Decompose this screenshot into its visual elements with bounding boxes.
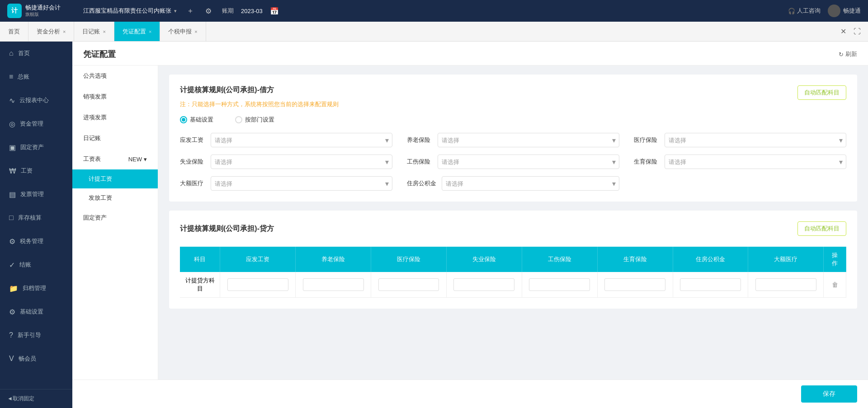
label-gjj: 住房公积金 [407,179,436,188]
label-shiye: 失业保险 [180,158,205,166]
td-yanglao-input [296,272,371,298]
select-gongshang[interactable]: 请选择 [438,155,619,169]
service-button[interactable]: 🎧 人工咨询 [788,7,821,15]
sidebar-item-ledger[interactable]: ≡ 总账 [0,65,72,89]
sidebar-item-guide[interactable]: ? 新手引导 [0,324,72,347]
input-shiye[interactable] [453,278,514,291]
sidebar-item-reports[interactable]: ∿ 云报表中心 [0,89,72,112]
form-item-yiliao: 医疗保险 请选择 [634,133,846,147]
sidebar-item-salary[interactable]: ₩ 工资 [0,159,72,183]
nav-accrual-salary[interactable]: 计提工资 [72,169,158,188]
input-shengyu[interactable] [604,278,665,291]
company-selector[interactable]: 江西服宝精品有限责任公司内账张 ▾ [83,7,177,15]
refresh-label: 刷新 [845,50,857,58]
tab-finance-close[interactable]: × [63,29,66,34]
close-window-icon[interactable]: ✕ [839,25,848,38]
radio-department[interactable]: 按部门设置 [235,116,274,124]
maximize-icon[interactable]: ⛶ [852,26,863,38]
save-button[interactable]: 保存 [801,385,857,403]
td-gjj-input [673,272,748,298]
select-yiliao[interactable]: 请选择 [665,133,846,147]
select-wrapper-yanglao: 请选择 [438,133,619,147]
select-yingfa[interactable]: 请选择 [211,133,392,147]
nav-fixed-assets[interactable]: 固定资产 [72,207,158,228]
avatar-area[interactable]: 畅捷通 [828,5,861,17]
credit-auto-match-button[interactable]: 自动匹配科目 [797,221,846,236]
th-subject: 科目 [180,247,220,272]
radio-group: 基础设置 按部门设置 [180,116,846,124]
tab-finance[interactable]: 资金分析 × [28,22,74,41]
sidebar-item-tax[interactable]: ⚙ 税务管理 [0,230,72,253]
select-wrapper-gongshang: 请选择 [438,155,619,169]
sidebar-item-archive[interactable]: 📁 归档管理 [0,277,72,300]
nav-public-options[interactable]: 公共选项 [72,66,158,86]
input-yingfa[interactable] [227,278,288,291]
tab-tax[interactable]: 个税申报 × [160,22,206,41]
nav-pay-salary[interactable]: 发放工资 [72,188,158,207]
settings-icon[interactable]: ⚙ [202,5,215,17]
th-yiliao: 医疗保险 [371,247,447,272]
input-gongshang[interactable] [529,278,590,291]
tab-bar: 首页 资金分析 × 日记账 × 凭证配置 × 个税申报 × ✕ ⛶ [0,22,868,42]
select-gjj[interactable]: 请选择 [442,176,619,191]
calendar-icon[interactable]: 📅 [268,5,281,17]
form-item-gjj: 住房公积金 请选择 [407,176,619,191]
input-dae[interactable] [755,278,816,291]
tab-journal[interactable]: 日记账 × [74,22,114,41]
input-yiliao[interactable] [378,278,439,291]
add-button[interactable]: ＋ [184,5,197,17]
nav-journal[interactable]: 日记账 [72,128,158,149]
cancel-pin-button[interactable]: ◄取消固定 [0,389,72,408]
input-yanglao[interactable] [303,278,364,291]
sidebar-item-vip[interactable]: V 畅会员 [0,347,72,370]
label-gongshang: 工伤保险 [407,158,432,166]
tab-home[interactable]: 首页 [0,22,28,41]
nav-sales-invoice[interactable]: 销项发票 [72,86,158,107]
nav-payroll-group[interactable]: 工资表 NEW ▾ [72,149,158,169]
credit-section-title: 计提核算规则(公司承担)-贷方 [180,224,274,234]
select-dae[interactable]: 请选择 [211,176,392,191]
sidebar-item-inventory[interactable]: □ 库存核算 [0,206,72,230]
sidebar-item-settings[interactable]: ⚙ 基础设置 [0,300,72,324]
td-yingfa-input [220,272,296,298]
sidebar-label-salary: 工资 [21,167,33,175]
select-shiye[interactable]: 请选择 [211,155,392,169]
page-title: 凭证配置 [83,49,116,60]
select-shengyu[interactable]: 请选择 [665,155,846,169]
input-gjj[interactable] [680,278,741,291]
tab-journal-close[interactable]: × [103,29,105,34]
credit-section: 计提核算规则(公司承担)-贷方 自动匹配科目 科目 应发工资 养老保险 医疗保险… [169,211,857,309]
sidebar-item-home[interactable]: ⌂ 首页 [0,42,72,65]
debit-form-grid: 应发工资 请选择 养老保险 请选择 [180,133,846,191]
form-item-dae: 大额医疗 请选择 [180,176,392,191]
tab-voucher-close[interactable]: × [149,29,151,34]
tab-voucher[interactable]: 凭证配置 × [114,22,160,41]
cancel-pin-label: ◄取消固定 [7,395,34,403]
sidebar: ⌂ 首页 ≡ 总账 ∿ 云报表中心 ◎ 资金管理 ▣ 固定资产 ₩ 工资 ▤ 发… [0,42,72,408]
sidebar-label-funds: 资金管理 [20,120,43,128]
debit-auto-match-button[interactable]: 自动匹配科目 [797,85,846,100]
main-layout: ⌂ 首页 ≡ 总账 ∿ 云报表中心 ◎ 资金管理 ▣ 固定资产 ₩ 工资 ▤ 发… [0,42,868,408]
left-nav: 公共选项 销项发票 进项发票 日记账 工资表 NEW ▾ 计提工资 发放工资 固… [72,66,158,408]
th-shengyu: 生育保险 [597,247,673,272]
refresh-button[interactable]: ↻ 刷新 [839,50,857,58]
label-shengyu: 生育保险 [634,158,659,166]
sidebar-item-funds[interactable]: ◎ 资金管理 [0,112,72,136]
td-delete: 🗑 [824,272,846,298]
salary-icon: ₩ [9,167,16,175]
assets-icon: ▣ [9,143,16,152]
select-yanglao[interactable]: 请选择 [438,133,619,147]
page-header: 凭证配置 ↻ 刷新 [72,42,868,66]
tab-tax-close[interactable]: × [194,29,197,34]
th-shiye: 失业保险 [446,247,522,272]
settings-icon2: ⚙ [9,308,15,316]
sidebar-item-assets[interactable]: ▣ 固定资产 [0,136,72,159]
sidebar-item-checkout[interactable]: ✓ 结账 [0,253,72,277]
tax-icon: ⚙ [9,237,15,246]
sidebar-item-invoice[interactable]: ▤ 发票管理 [0,183,72,206]
nav-purchase-invoice[interactable]: 进项发票 [72,107,158,128]
radio-basic[interactable]: 基础设置 [180,116,213,124]
save-bar: 保存 [72,380,868,408]
sidebar-label-vip: 畅会员 [19,355,36,363]
delete-row-button[interactable]: 🗑 [832,281,838,288]
